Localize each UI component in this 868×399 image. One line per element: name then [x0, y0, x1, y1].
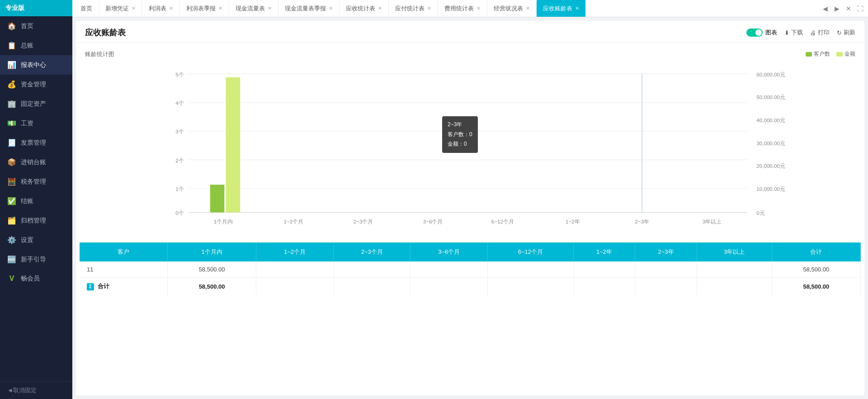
- svg-text:50,000.00元: 50,000.00元: [756, 94, 785, 100]
- tab-expand-button[interactable]: ⛶: [854, 3, 866, 14]
- tab-operation[interactable]: 经营状况表 ✕: [487, 0, 537, 17]
- tab-ar-aging-close[interactable]: ✕: [575, 5, 579, 11]
- tab-operation-close[interactable]: ✕: [526, 5, 530, 11]
- cell-y23: [635, 261, 697, 278]
- tab-operation-label: 经营状况表: [494, 5, 523, 13]
- tab-profit[interactable]: 利润表 ✕: [142, 0, 180, 17]
- legend-customer-count: 客户数: [806, 50, 830, 58]
- sidebar-item-tax[interactable]: 🧮 税务管理: [0, 172, 72, 191]
- sidebar-item-label: 设置: [21, 236, 33, 244]
- table-footer-row: Σ 合计 58,500.00 58,500.00: [80, 278, 861, 295]
- tab-ap-stats[interactable]: 应付统计表 ✕: [389, 0, 438, 17]
- legend-amount-label: 金额: [844, 50, 855, 58]
- settings-icon: ⚙️: [7, 236, 16, 244]
- svg-text:3~6个月: 3~6个月: [423, 218, 443, 224]
- col-m12: 1~2个月: [256, 242, 334, 261]
- tab-ap-stats-close[interactable]: ✕: [427, 5, 431, 11]
- svg-text:1~2个月: 1~2个月: [284, 218, 304, 224]
- tab-profit-close[interactable]: ✕: [169, 5, 173, 11]
- refresh-button[interactable]: ↻ 刷新: [837, 28, 855, 37]
- col-m36: 3~6个月: [410, 242, 488, 261]
- tab-close-all-button[interactable]: ✕: [843, 3, 854, 14]
- chart-area: 账龄统计图 客户数 金额 5个 4个 3个 2个 1个: [76, 43, 864, 242]
- col-total: 合计: [772, 242, 860, 261]
- footer-y3plus: [697, 278, 772, 295]
- sidebar-item-ledger[interactable]: 📋 总账: [0, 36, 72, 55]
- sidebar-pin-toggle[interactable]: ◄取消固定: [0, 381, 72, 399]
- cell-y3plus: [697, 261, 772, 278]
- tax-icon: 🧮: [7, 177, 16, 186]
- sidebar-item-member[interactable]: V 畅会员: [0, 269, 72, 288]
- sidebar-item-funds[interactable]: 💰 资金管理: [0, 75, 72, 94]
- sidebar-item-label: 畅会员: [21, 275, 40, 283]
- sidebar-item-reports[interactable]: 📊 报表中心: [0, 55, 72, 75]
- footer-m1: 58,500.00: [167, 278, 256, 295]
- sidebar-item-salary[interactable]: 💵 工资: [0, 114, 72, 133]
- tab-ar-stats[interactable]: 应收统计表 ✕: [340, 0, 389, 17]
- refresh-label: 刷新: [844, 28, 855, 37]
- toggle-thumb: [755, 29, 762, 36]
- tab-voucher-close[interactable]: ✕: [132, 5, 136, 11]
- tab-ar-stats-close[interactable]: ✕: [378, 5, 382, 11]
- col-m612: 6~12个月: [488, 242, 574, 261]
- tab-profit-quarter-label: 利润表季报: [186, 5, 216, 13]
- home-icon: 🏠: [7, 22, 16, 30]
- tab-next-button[interactable]: ▶: [831, 3, 843, 14]
- cell-customer: 11: [80, 261, 167, 278]
- chart-legend: 客户数 金额: [806, 50, 855, 58]
- print-button[interactable]: 🖨 打印: [810, 28, 830, 37]
- tab-profit-quarter-close[interactable]: ✕: [218, 5, 222, 11]
- sidebar-item-label: 进销台账: [21, 158, 46, 166]
- tab-profit-quarter[interactable]: 利润表季报 ✕: [180, 0, 229, 17]
- sidebar-item-home[interactable]: 🏠 首页: [0, 16, 72, 36]
- tab-cashflow-quarter-close[interactable]: ✕: [329, 5, 333, 11]
- sidebar-item-purchase[interactable]: 📦 进销台账: [0, 152, 72, 172]
- svg-text:40,000.00元: 40,000.00元: [756, 117, 785, 123]
- main-area: 首页 新增凭证 ✕ 利润表 ✕ 利润表季报 ✕ 现金流量表 ✕ 现金流量表季报 …: [72, 0, 868, 399]
- page-header: 应收账龄表 图表 ⬇ 下载 🖨 打印 ↻ 刷新: [76, 21, 864, 43]
- data-table: 客户 1个月内 1~2个月 2~3个月 3~6个月 6~12个月 1~2年 2~…: [80, 242, 861, 295]
- tab-cashflow[interactable]: 现金流量表 ✕: [229, 0, 278, 17]
- sidebar: 专业版 🏠 首页 📋 总账 📊 报表中心 💰 资金管理 🏢 固定资产 💵 工资 …: [0, 0, 72, 399]
- svg-text:1个: 1个: [175, 186, 184, 192]
- svg-text:0元: 0元: [756, 210, 764, 216]
- tab-ar-aging[interactable]: 应收账龄表 ✕: [537, 0, 586, 17]
- sidebar-item-close[interactable]: ✅ 结账: [0, 191, 72, 211]
- tab-profit-label: 利润表: [149, 5, 166, 13]
- sidebar-item-settings[interactable]: ⚙️ 设置: [0, 230, 72, 250]
- funds-icon: 💰: [7, 80, 16, 89]
- sidebar-item-label: 首页: [21, 22, 33, 30]
- sidebar-item-label: 归档管理: [21, 217, 46, 225]
- tab-cashflow-close[interactable]: ✕: [268, 5, 272, 11]
- reports-icon: 📊: [7, 61, 16, 69]
- chart-toggle[interactable]: 图表: [746, 28, 777, 37]
- sidebar-item-label: 总账: [21, 42, 33, 50]
- sidebar-item-assets[interactable]: 🏢 固定资产: [0, 94, 72, 114]
- download-icon: ⬇: [784, 29, 789, 36]
- tab-expense-stats[interactable]: 费用统计表 ✕: [438, 0, 487, 17]
- tab-prev-button[interactable]: ◀: [819, 3, 831, 14]
- toggle-track[interactable]: [746, 28, 763, 37]
- sidebar-item-label: 报表中心: [21, 61, 46, 69]
- sidebar-item-archive[interactable]: 🗂️ 归档管理: [0, 211, 72, 230]
- svg-text:2个: 2个: [175, 157, 184, 163]
- svg-text:1~2年: 1~2年: [566, 218, 580, 224]
- bar-m1-customers: [210, 185, 225, 212]
- sidebar-item-invoice[interactable]: 🧾 发票管理: [0, 133, 72, 152]
- download-button[interactable]: ⬇ 下载: [784, 28, 803, 37]
- cell-m36: [410, 261, 488, 278]
- download-label: 下载: [791, 28, 803, 37]
- tab-expense-stats-close[interactable]: ✕: [476, 5, 481, 11]
- header-actions: 图表 ⬇ 下载 🖨 打印 ↻ 刷新: [746, 28, 855, 37]
- cell-m23: [333, 261, 410, 278]
- table-wrapper: 客户 1个月内 1~2个月 2~3个月 3~6个月 6~12个月 1~2年 2~…: [76, 242, 864, 302]
- sidebar-item-label: 税务管理: [21, 178, 46, 186]
- page-title: 应收账龄表: [85, 27, 746, 38]
- sidebar-item-guide[interactable]: 🆕 新手引导: [0, 250, 72, 269]
- svg-text:0个: 0个: [175, 210, 184, 216]
- tab-voucher[interactable]: 新增凭证 ✕: [99, 0, 142, 17]
- tab-cashflow-quarter[interactable]: 现金流量表季报 ✕: [278, 0, 340, 17]
- tab-home-label: 首页: [80, 5, 92, 13]
- tab-home[interactable]: 首页: [74, 0, 99, 17]
- tab-expense-stats-label: 费用统计表: [444, 5, 474, 13]
